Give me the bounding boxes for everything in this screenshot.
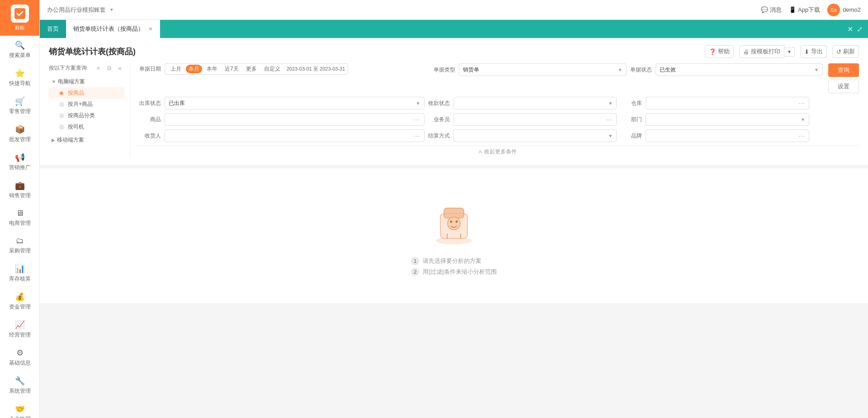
sidebar-item-retail[interactable]: 🛒 零售管理 [0,92,39,120]
message-button[interactable]: 💬 消息 [761,6,782,14]
date-btn-custom[interactable]: 自定义 [261,65,283,73]
sidebar-item-marketing[interactable]: 📢 营销推广 [0,148,39,176]
status-chevron-icon: ▼ [814,67,819,72]
date-btn-7days[interactable]: 近7天 [222,65,241,73]
scheme-item-by-goods[interactable]: ◉ 按商品 [49,87,124,99]
query-button[interactable]: 查询 [828,63,859,77]
brand-select[interactable]: ··· [646,129,809,142]
payment-select[interactable]: ▼ [453,129,617,142]
goods-select[interactable]: ··· [165,113,425,126]
tab-close-button[interactable]: ✕ [148,26,153,32]
status-select[interactable]: 已生效 ▼ [656,63,823,76]
status-control[interactable]: 已生效 ▼ [656,63,823,76]
out-status-control[interactable]: 已出库 ▼ [165,97,425,109]
staff-dots-icon: ··· [606,116,613,123]
filter-field-status: 单据状态 已生效 ▼ [627,63,823,76]
payment-control[interactable]: ▼ [453,129,617,142]
message-label: 消息 [770,6,782,14]
date-range-text: 2023-03-01 至 2023-03-31 [287,66,345,72]
filter-field-recv-status: 收款状态 ▼ [425,97,617,109]
sidebar-item-quicknav[interactable]: ⭐ 快捷导航 [0,64,39,92]
refresh-button[interactable]: ↺ 刷新 [832,45,859,58]
out-status-select[interactable]: 已出库 ▼ [165,97,425,109]
staff-control[interactable]: ··· [453,113,617,126]
scheme-group-desktop-title[interactable]: ▼ 电脑端方案 [49,76,124,87]
sidebar-item-corp[interactable]: 🤝 企业协同 [0,399,39,418]
scheme-item-goods-category[interactable]: ㊟ 按商品分类 [49,110,124,121]
recv-status-control[interactable]: ▼ [453,97,617,109]
brand-control[interactable]: ··· [646,129,809,142]
tab-expand-button[interactable]: ⤢ [857,25,863,33]
scheme-add-button[interactable]: + [94,63,103,72]
sidebar-item-wholesale[interactable]: 📦 批发管理 [0,120,39,148]
sidebar-item-sales[interactable]: 💼 销售管理 [0,176,39,204]
tab-close-all-button[interactable]: ✕ [847,25,853,33]
tab-bar: 首页 销货单统计计表（按商品） ✕ ✕ ⤢ [40,20,868,38]
empty-tip-2-text: 用[过滤]条件来缩小分析范围 [423,268,496,276]
filter-field-receiver: 收货人 ··· [136,129,425,142]
scheme-item-driver[interactable]: ㊟ 按司机 [49,121,124,133]
date-btn-more[interactable]: 更多 [243,65,259,73]
tab-sales-stat-label: 销货单统计计表（按商品） [73,25,144,33]
dept-control[interactable]: ▼ [646,113,809,126]
sidebar-item-finance[interactable]: 💰 资金管理 [0,287,39,315]
out-status-value: 已出库 [169,100,185,107]
sidebar-item-sales-label: 销售管理 [9,192,31,200]
sidebar-item-inventory[interactable]: 📊 库存核算 [0,259,39,287]
receiver-control[interactable]: ··· [165,129,425,142]
filter-field-dept: 部门 ▼ [617,113,809,126]
type-control[interactable]: 销货单 ▼ [459,63,626,76]
payment-chevron-icon: ▼ [608,133,613,138]
staff-select[interactable]: ··· [453,113,617,126]
app-download-icon: 📱 [789,6,796,13]
tab-home-label: 首页 [47,25,59,33]
sidebar-item-ecommerce[interactable]: 🖥 电商管理 [0,204,39,232]
sidebar-item-basic[interactable]: ⚙ 基础信息 [0,343,39,371]
staff-label: 业务员 [425,116,450,124]
sidebar-item-purchase[interactable]: 🗂 采购管理 [0,232,39,259]
scheme-group-mobile-title[interactable]: ▶ 移动端方案 [49,134,124,146]
tab-sales-stat[interactable]: 销货单统计计表（按商品） ✕ [66,20,160,38]
date-label: 单据日期 [136,65,161,73]
export-button[interactable]: ⬇ 导出 [800,45,827,58]
setting-button[interactable]: 设置 [828,80,859,93]
sidebar-item-system[interactable]: 🔧 系统管理 [0,371,39,399]
wholesale-icon: 📦 [15,124,25,134]
warehouse-select[interactable]: ··· [646,97,809,109]
svg-point-5 [450,221,453,223]
template-print-dropdown[interactable]: ▼ [784,47,795,57]
app-download-button[interactable]: 📱 App下载 [789,6,820,14]
template-print-button[interactable]: 🖨 按模板打印 [739,45,784,58]
sidebar-item-operations[interactable]: 📈 经营管理 [0,315,39,343]
breadcrumb-chevron: ▼ [109,7,114,12]
dept-select[interactable]: ▼ [646,113,809,126]
date-btn-this-year[interactable]: 本年 [204,65,220,73]
scheme-item-goods-category-label: 按商品分类 [68,112,95,119]
warehouse-control[interactable]: ··· [646,97,809,109]
scheme-collapse-button[interactable]: « [115,63,124,72]
filter-field-goods: 商品 ··· [136,113,425,126]
scheme-settings-button[interactable]: ⊙ [104,63,113,72]
user-area[interactable]: Ea demo2 [827,4,861,16]
date-btn-this-month[interactable]: 本月 [186,65,202,73]
sidebar-item-operations-label: 经营管理 [9,331,31,339]
recv-status-label: 收款状态 [425,100,450,107]
date-btn-last-month[interactable]: 上月 [168,65,184,73]
user-name: demo2 [843,6,861,13]
type-select[interactable]: 销货单 ▼ [459,63,626,76]
app-download-label: App下载 [798,6,820,14]
receiver-select[interactable]: ··· [165,129,425,142]
help-button[interactable]: ❓ 帮助 [705,45,734,58]
recv-status-chevron-icon: ▼ [608,101,613,106]
empty-state: 1 请先选择要分析的方案 2 用[过滤]条件来缩小分析范围 [40,168,868,303]
recv-status-select[interactable]: ▼ [453,97,617,109]
collapse-button[interactable]: ∧ 收起更多条件 [136,146,859,157]
system-icon: 🔧 [15,376,25,386]
scheme-item-month-goods[interactable]: ㊟ 按月+商品 [49,99,124,110]
out-status-label: 出库状态 [136,100,161,107]
empty-tips: 1 请先选择要分析的方案 2 用[过滤]条件来缩小分析范围 [411,257,496,276]
goods-control[interactable]: ··· [165,113,425,126]
template-print-group: 🖨 按模板打印 ▼ [739,45,795,58]
tab-home[interactable]: 首页 [40,20,66,38]
sidebar-item-search[interactable]: 🔍 搜索菜单 [0,36,39,64]
